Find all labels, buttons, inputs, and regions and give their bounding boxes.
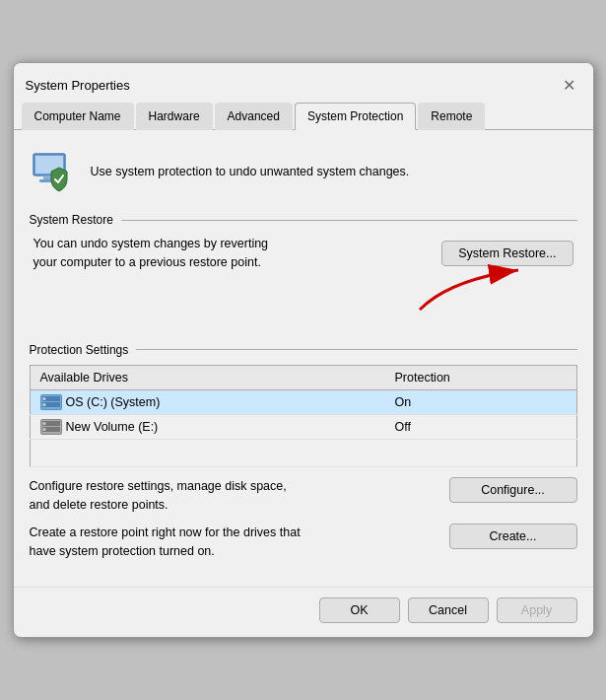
close-button[interactable]: ✕ (558, 73, 581, 97)
apply-button[interactable]: Apply (497, 597, 577, 623)
header-description: Use system protection to undo unwanted s… (91, 164, 410, 181)
arrow-svg (390, 260, 568, 315)
drives-table: Available Drives Protection (30, 365, 577, 467)
configure-description: Configure restore settings, manage disk … (30, 477, 287, 515)
protection-cell: On (385, 389, 576, 414)
tab-advanced[interactable]: Advanced (215, 103, 293, 130)
system-restore-title: System Restore (30, 213, 577, 227)
create-row: Create a restore point right now for the… (30, 524, 577, 561)
tab-hardware[interactable]: Hardware (136, 103, 213, 130)
protection-cell: Off (385, 414, 576, 439)
create-description: Create a restore point right now for the… (30, 524, 301, 561)
system-properties-window: System Properties ✕ Computer Name Hardwa… (13, 62, 594, 638)
drive-cell: OS (C:) (System) (30, 389, 385, 414)
table-row[interactable]: New Volume (E:) Off (30, 414, 576, 439)
system-restore-section: System Restore You can undo system chang… (30, 213, 577, 329)
restore-description: You can undo system changes by reverting… (34, 235, 269, 272)
ok-button[interactable]: OK (319, 597, 400, 623)
tab-computer-name[interactable]: Computer Name (22, 103, 134, 130)
tab-system-protection[interactable]: System Protection (295, 103, 416, 130)
bottom-bar: OK Cancel Apply (14, 587, 593, 637)
svg-point-9 (42, 397, 45, 400)
protection-settings-title: Protection Settings (30, 343, 577, 357)
window-title: System Properties (26, 78, 130, 93)
protection-column-header: Protection (385, 365, 576, 389)
tab-bar: Computer Name Hardware Advanced System P… (14, 103, 593, 130)
svg-point-15 (42, 422, 45, 425)
drives-column-header: Available Drives (30, 365, 385, 389)
hdd-icon (40, 419, 62, 435)
header-section: Use system protection to undo unwanted s… (30, 146, 577, 197)
protection-settings-section: Protection Settings Available Drives Pro… (30, 343, 577, 561)
svg-point-16 (42, 428, 45, 431)
configure-button[interactable]: Configure... (449, 477, 577, 503)
table-empty-row (30, 439, 576, 466)
hdd-icon (40, 394, 62, 410)
system-protection-icon (30, 148, 77, 195)
cancel-button[interactable]: Cancel (408, 597, 489, 623)
table-row[interactable]: OS (C:) (System) On (30, 389, 576, 414)
svg-point-10 (42, 403, 45, 406)
create-button[interactable]: Create... (449, 524, 577, 549)
tab-remote[interactable]: Remote (418, 103, 485, 130)
tab-content: Use system protection to undo unwanted s… (14, 130, 593, 587)
title-bar: System Properties ✕ (14, 63, 593, 99)
drive-cell: New Volume (E:) (30, 414, 385, 439)
arrow-annotation (30, 280, 577, 329)
configure-row: Configure restore settings, manage disk … (30, 477, 577, 515)
